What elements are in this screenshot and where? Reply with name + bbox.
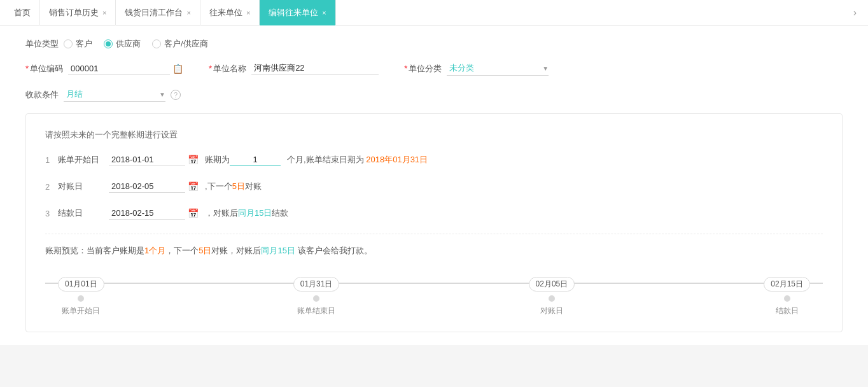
- timeline-dot-3: [784, 295, 790, 302]
- radio-customer[interactable]: 客户: [64, 38, 92, 50]
- tab-edit-counterparty-close[interactable]: ×: [322, 9, 326, 17]
- unit-name-star: *: [209, 64, 212, 73]
- timeline-badge-2: 02月05日: [529, 277, 575, 292]
- period-row-2-num: 2: [45, 182, 58, 192]
- unit-category-dropdown[interactable]: 未分类 ▼: [447, 61, 549, 76]
- radio-customer-label: 客户: [76, 38, 92, 50]
- main-content: 单位类型 客户 供应商 客户/供应商 * 单位编码 📋 * 单位名称: [0, 25, 868, 345]
- tab-edit-counterparty[interactable]: 编辑往来单位 ×: [260, 0, 335, 25]
- timeline-item-2: 02月05日 对账日: [529, 277, 575, 316]
- unit-code-copy-icon[interactable]: 📋: [172, 64, 183, 74]
- tab-home[interactable]: 首页: [5, 0, 40, 25]
- unit-code-group: * 单位编码 📋: [25, 62, 183, 75]
- tab-cashflow[interactable]: 钱货日清工作台 ×: [116, 0, 200, 25]
- unit-name-input[interactable]: [251, 62, 379, 75]
- radio-both[interactable]: 客户/供应商: [152, 38, 208, 50]
- timeline-dot-0: [78, 295, 84, 302]
- tab-counterparty-label: 往来单位: [209, 7, 242, 18]
- period-row-2-highlight: 5日: [232, 181, 245, 191]
- timeline-dot-2: [549, 295, 555, 302]
- period-row-1-field-label: 账单开始日: [58, 154, 109, 165]
- period-row-3-highlight: 同月15日: [238, 208, 272, 218]
- preview-mid2: 对账，对账后: [211, 246, 261, 255]
- period-row-1: 1 账单开始日 📅 账期为 个月,账单结束日期为 2018年01月31日: [45, 153, 823, 166]
- payment-terms-label: 收款条件: [25, 89, 59, 101]
- unit-category-value: 未分类: [447, 61, 542, 75]
- period-row-2-field-label: 对账日: [58, 181, 109, 192]
- period-start-date-cal-icon[interactable]: 📅: [188, 155, 199, 165]
- period-box: 请按照未来的一个完整帐期进行设置 1 账单开始日 📅 账期为 个月,账单结束日期…: [25, 113, 843, 332]
- tab-home-label: 首页: [14, 7, 31, 18]
- preview-mid1: ，下一个: [165, 246, 199, 255]
- timeline-dot-1: [313, 295, 319, 302]
- tab-sales-history-label: 销售订单历史: [49, 7, 99, 18]
- timeline-items: 01月01日 账单开始日 01月31日 账单结束日 02月05日 对账日: [58, 277, 810, 316]
- period-row-2: 2 对账日 📅 ,下一个5日对账: [45, 180, 823, 193]
- tab-counterparty-close[interactable]: ×: [246, 9, 250, 17]
- preview-prefix: 账期预览：当前客户账期是: [45, 246, 144, 255]
- tab-edit-counterparty-label: 编辑往来单位: [269, 7, 318, 18]
- tab-cashflow-close[interactable]: ×: [186, 9, 190, 17]
- period-end-date-highlight: 2018年01月31日: [366, 155, 428, 164]
- help-icon[interactable]: ?: [171, 90, 181, 100]
- period-row-3-num: 3: [45, 209, 58, 218]
- preview-text: 账期预览：当前客户账期是1个月，下一个5日对账，对账后同月15日 该客户会给我打…: [45, 243, 823, 258]
- timeline-item-0: 01月01日 账单开始日: [58, 277, 104, 316]
- period-row-3: 3 结款日 📅 ，对账后同月15日结款: [45, 207, 823, 220]
- period-reconcile-date-input[interactable]: [109, 180, 185, 193]
- timeline-label-2: 对账日: [540, 306, 563, 316]
- tab-sales-history-close[interactable]: ×: [102, 9, 106, 17]
- period-mid-text: 账期为: [205, 154, 230, 165]
- period-box-title: 请按照未来的一个完整帐期进行设置: [45, 129, 823, 141]
- preview-highlight1: 1个月: [144, 246, 165, 255]
- unit-category-label: 单位分类: [409, 63, 442, 74]
- period-row-3-desc: ，对账后同月15日结款: [205, 208, 288, 219]
- tab-more-button[interactable]: ›: [847, 7, 863, 18]
- unit-type-radio-group: 客户 供应商 客户/供应商: [64, 38, 208, 50]
- timeline: 01月01日 账单开始日 01月31日 账单结束日 02月05日 对账日: [45, 271, 823, 316]
- tab-cashflow-label: 钱货日清工作台: [125, 7, 183, 18]
- radio-supplier[interactable]: 供应商: [104, 38, 141, 50]
- unit-code-input[interactable]: [68, 62, 170, 75]
- timeline-badge-3: 02月15日: [764, 277, 810, 292]
- preview-highlight3: 同月15日: [261, 246, 295, 255]
- timeline-badge-0: 01月01日: [58, 277, 104, 292]
- unit-name-label: 单位名称: [213, 63, 246, 74]
- timeline-label-0: 账单开始日: [62, 306, 100, 316]
- payment-terms-value: 月结: [64, 87, 159, 101]
- unit-code-star: *: [25, 64, 29, 73]
- period-start-date-input[interactable]: [109, 153, 185, 166]
- period-row-3-field-label: 结款日: [58, 208, 109, 219]
- radio-both-circle: [152, 39, 161, 48]
- preview-section: 账期预览：当前客户账期是1个月，下一个5日对账，对账后同月15日 该客户会给我打…: [45, 234, 823, 316]
- timeline-label-1: 账单结束日: [297, 306, 335, 316]
- unit-type-row: 单位类型 客户 供应商 客户/供应商: [25, 38, 843, 50]
- unit-type-label: 单位类型: [25, 38, 59, 50]
- period-row-2-desc: ,下一个5日对账: [205, 181, 262, 192]
- unit-category-group: * 单位分类 未分类 ▼: [404, 61, 549, 76]
- radio-supplier-circle: [104, 39, 113, 48]
- preview-suffix: 该客户会给我打款。: [298, 246, 372, 255]
- timeline-label-3: 结款日: [776, 306, 799, 316]
- period-row-1-num: 1: [45, 155, 58, 165]
- tab-sales-history[interactable]: 销售订单历史 ×: [40, 0, 116, 25]
- payment-terms-row: 收款条件 月结 ▼ ?: [25, 87, 843, 102]
- radio-both-label: 客户/供应商: [164, 38, 208, 50]
- tab-bar: 首页 销售订单历史 × 钱货日清工作台 × 往来单位 × 编辑往来单位 × ›: [0, 0, 868, 25]
- timeline-item-1: 01月31日 账单结束日: [293, 277, 340, 316]
- period-reconcile-cal-icon[interactable]: 📅: [188, 181, 199, 192]
- unit-code-label: 单位编码: [30, 63, 63, 74]
- preview-highlight2: 5日: [199, 246, 211, 255]
- period-settlement-date-input[interactable]: [109, 207, 185, 220]
- timeline-item-3: 02月15日 结款日: [764, 277, 810, 316]
- payment-terms-dropdown[interactable]: 月结 ▼: [64, 87, 165, 102]
- unit-name-group: * 单位名称: [209, 62, 379, 75]
- tab-counterparty[interactable]: 往来单位 ×: [200, 0, 260, 25]
- payment-terms-arrow-icon: ▼: [159, 91, 165, 98]
- timeline-badge-1: 01月31日: [293, 277, 340, 292]
- period-month-input[interactable]: [230, 153, 281, 166]
- radio-supplier-label: 供应商: [116, 38, 141, 50]
- unit-category-star: *: [404, 64, 407, 73]
- period-settlement-cal-icon[interactable]: 📅: [188, 208, 199, 218]
- unit-details-row: * 单位编码 📋 * 单位名称 * 单位分类 未分类 ▼: [25, 61, 843, 76]
